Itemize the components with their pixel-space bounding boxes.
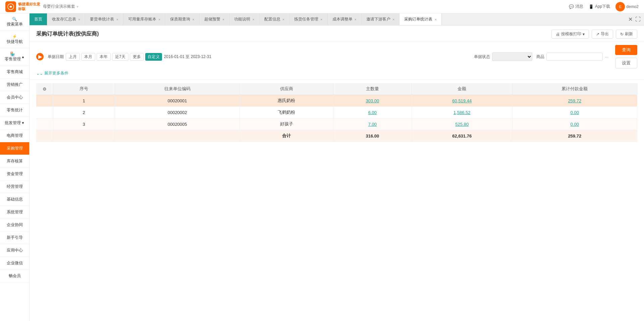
tab-receive-summary[interactable]: 收发存汇总表 × — [47, 13, 85, 25]
data-table: ⚙ 序号 往来单位编码 供应商 主数量 金额 累计付款金额 1 — [36, 83, 637, 142]
breadcrumb-dropdown-icon[interactable]: ▾ — [76, 4, 78, 9]
tab-close-func-desc[interactable]: × — [252, 17, 254, 21]
settings-button[interactable]: 设置 — [615, 58, 637, 68]
print-button[interactable]: 🖨 按模板打印 ▾ — [551, 30, 589, 39]
sidebar-item-retail-shop[interactable]: 零售商城 — [0, 66, 29, 78]
row-qty[interactable]: 6.00 — [333, 107, 412, 118]
row-paid[interactable]: 0.00 — [512, 107, 637, 118]
app-download-btn[interactable]: 📱 App下载 — [589, 4, 610, 9]
row-paid[interactable]: 0.00 — [512, 118, 637, 130]
sidebar-item-inventory-check[interactable]: 库存核算 — [0, 155, 29, 168]
sidebar-item-retail-stats[interactable]: 零售统计 — [0, 104, 29, 117]
status-select[interactable] — [492, 52, 532, 61]
sidebar-item-retail-mgmt[interactable]: 🏪 零售管理 ▲ — [0, 48, 29, 66]
tab-config-info[interactable]: 配置信息 × — [260, 13, 289, 25]
tab-purchase-order-stats[interactable]: 采购订单统计表 × — [399, 13, 441, 25]
tab-close-goods-stats[interactable]: × — [116, 17, 118, 21]
table-row: 1 00020001 惠氏奶粉 303.00 60,519.44 259.72 — [36, 95, 637, 107]
tab-cost-adjust[interactable]: 成本调整单 × — [328, 13, 362, 25]
tab-close-purchase-order-stats[interactable]: × — [434, 17, 436, 21]
sidebar-item-member-center[interactable]: 会员中心 — [0, 91, 29, 104]
sidebar-item-sys-mgmt[interactable]: 系统管理 — [0, 206, 29, 219]
breadcrumb-text: 母婴行业演示账套 — [43, 4, 75, 9]
footer-paid: 259.72 — [512, 130, 637, 142]
row-amount[interactable]: 525.80 — [412, 118, 512, 130]
goods-label: 商品 — [536, 54, 544, 60]
message-btn[interactable]: 💬 消息 — [569, 4, 583, 9]
tab-close-all-icon[interactable]: ✕ — [628, 15, 633, 23]
tab-func-desc[interactable]: 功能说明 × — [229, 13, 259, 25]
table-row: 3 00020005 好孩子 7.00 525.80 0.00 — [36, 118, 637, 130]
row-code: 00020001 — [115, 95, 239, 107]
tab-overstock-warning[interactable]: 超储预警 × — [200, 13, 229, 25]
th-amount: 金额 — [412, 83, 512, 95]
sidebar-item-quick-nav[interactable]: ⚡ 快捷导航 — [0, 31, 29, 48]
row-amount[interactable]: 1,586.52 — [412, 107, 512, 118]
sidebar-item-search[interactable]: 🔍 搜索菜单 — [0, 13, 29, 31]
date-btn-this-month[interactable]: 本月 — [81, 53, 95, 61]
sidebar-item-mkt-promo[interactable]: 营销推广 — [0, 78, 29, 91]
row-qty[interactable]: 7.00 — [333, 118, 412, 130]
expand-filter-btn[interactable]: ⌄⌄ 展开更多条件 — [36, 70, 637, 76]
tab-close-available-inventory[interactable]: × — [158, 17, 160, 21]
row-amount[interactable]: 60,519.44 — [412, 95, 512, 107]
tab-invite-downstream[interactable]: 邀请下游客户 × — [362, 13, 399, 25]
filter-toggle-btn[interactable]: ▶ — [36, 53, 44, 60]
tab-close-warranty-query[interactable]: × — [192, 17, 194, 21]
main-layout: 🔍 搜索菜单 ⚡ 快捷导航 🏪 零售管理 ▲ 零售商城 营销推广 会员中心 零售… — [0, 13, 644, 321]
row-code: 00020005 — [115, 118, 239, 130]
tab-close-overstock-warning[interactable]: × — [222, 17, 224, 21]
print-dropdown-icon: ▾ — [583, 32, 585, 37]
sidebar-item-basic-info[interactable]: 基础信息 — [0, 193, 29, 206]
tab-close-config-info[interactable]: × — [282, 17, 284, 21]
sidebar-item-wholesale-mgmt[interactable]: 批发管理 ▼ — [0, 117, 29, 129]
sidebar-item-enterprise-collab[interactable]: 企业协同 — [0, 219, 29, 231]
sidebar-item-enterprise-wechat[interactable]: 企业微信 — [0, 257, 29, 270]
th-code: 往来单位编码 — [115, 83, 239, 95]
top-bar-right: 💬 消息 📱 App下载 E demo2 — [569, 2, 639, 11]
tab-close-pick-task[interactable]: × — [320, 17, 322, 21]
sidebar-item-app-center[interactable]: 应用中心 — [0, 244, 29, 257]
tab-available-inventory[interactable]: 可用量库存账本 × — [123, 13, 165, 25]
filter-status-item: 单据状态 — [474, 52, 532, 61]
date-btn-more[interactable]: 更多 — [130, 53, 144, 61]
sidebar-item-ops-mgmt[interactable]: 经营管理 — [0, 180, 29, 193]
date-btn-this-year[interactable]: 本年 — [97, 53, 111, 61]
sidebar-item-member-card[interactable]: 畅会员 — [0, 270, 29, 282]
footer-total-label: 合计 — [240, 130, 333, 142]
tab-goods-stats[interactable]: 要货单统计表 × — [85, 13, 123, 25]
footer-qty: 316.00 — [333, 130, 412, 142]
row-qty[interactable]: 303.00 — [333, 95, 412, 107]
tab-close-receive-summary[interactable]: × — [78, 17, 80, 21]
top-bar: 畅捷通好生意 标版 母婴行业演示账套 ▾ 💬 消息 📱 App下载 E demo… — [0, 0, 644, 13]
th-settings: ⚙ — [36, 83, 53, 95]
user-menu[interactable]: E demo2 — [615, 2, 639, 11]
footer-index — [53, 130, 115, 142]
tab-expand-icon[interactable]: ⛶ — [635, 16, 641, 23]
export-button[interactable]: ↗ 导出 — [592, 30, 613, 39]
tab-pick-task[interactable]: 拣货任务管理 × — [289, 13, 327, 25]
date-range-display: 2016-01-01 至 2023-12-31 — [164, 54, 211, 60]
tab-warranty-query[interactable]: 保质期查询 × — [165, 13, 199, 25]
refresh-button[interactable]: ↻ 刷新 — [616, 30, 637, 39]
tab-close-cost-adjust[interactable]: × — [355, 17, 357, 21]
sidebar-item-new-guide[interactable]: 新手引导 — [0, 231, 29, 244]
row-index: 2 — [53, 107, 115, 118]
date-btn-last-month[interactable]: 上月 — [66, 53, 80, 61]
row-paid[interactable]: 259.72 — [512, 95, 637, 107]
table-row: 2 00020002 飞鹤奶粉 6.00 1,586.52 0.00 — [36, 107, 637, 118]
more-filter-icon[interactable]: ··· — [605, 54, 608, 59]
sidebar-item-capital-mgmt[interactable]: 资金管理 — [0, 168, 29, 180]
nav-icon: ⚡ — [1, 34, 28, 39]
goods-input[interactable] — [546, 53, 603, 61]
sidebar-item-purchase-mgmt[interactable]: 采购管理 — [0, 142, 29, 155]
date-btn-7days[interactable]: 近7天 — [112, 53, 128, 61]
query-button[interactable]: 查询 — [615, 45, 637, 55]
sidebar-item-ecommerce-mgmt[interactable]: 电商管理 — [0, 129, 29, 142]
tab-bar: 首页 收发存汇总表 × 要货单统计表 × 可用量库存账本 × 保质期查询 × 超… — [30, 13, 644, 25]
top-bar-left: 畅捷通好生意 标版 母婴行业演示账套 ▾ — [5, 1, 78, 12]
date-btn-custom[interactable]: 自定义 — [145, 53, 162, 61]
logo-text: 畅捷通好生意 标版 — [18, 2, 40, 11]
tab-home[interactable]: 首页 — [30, 13, 47, 25]
tab-close-invite-downstream[interactable]: × — [392, 17, 394, 21]
